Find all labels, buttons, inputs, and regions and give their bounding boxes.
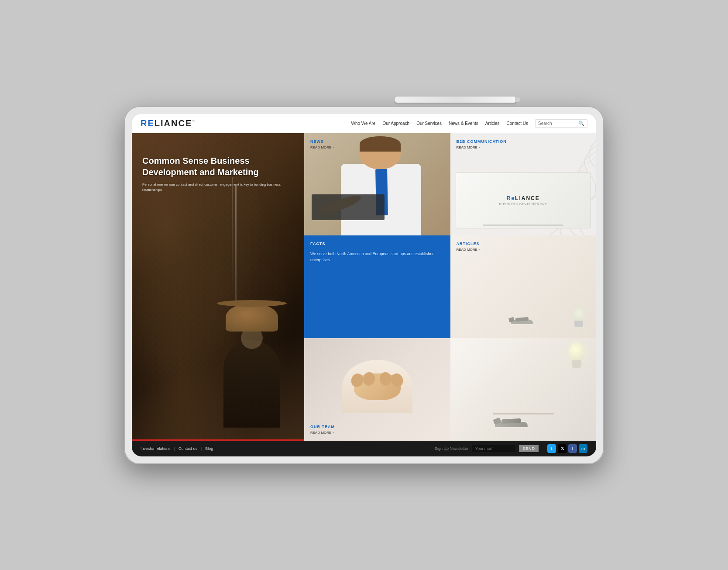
bulb-base: [574, 321, 583, 327]
toy-plane: [509, 316, 539, 327]
team-arrow: ›: [333, 431, 334, 435]
apple-pencil: [395, 97, 517, 103]
hero-heading: Common Sense Business Development and Ma…: [142, 155, 295, 178]
search-icon[interactable]: 🔍: [578, 121, 584, 126]
b2b-logo-re: Re: [507, 195, 515, 201]
b2b-cell: ReLIANCE BUSINESS DEVELOPMENT B2B COMMUN…: [450, 133, 597, 236]
news-label: NEWS: [310, 139, 444, 144]
hero-section: Common Sense Business Development and Ma…: [132, 133, 304, 441]
hero-accent-bar: [132, 439, 304, 441]
newsletter-label: Sign Up Newsletter: [435, 446, 468, 451]
hero-text-container: Common Sense Business Development and Ma…: [142, 155, 295, 193]
logo[interactable]: ReLIANCE™: [141, 118, 196, 128]
body: [223, 340, 280, 428]
logo-tm: ™: [192, 120, 196, 124]
hero-figure: [217, 300, 287, 428]
right-grid: NEWS READ MORE ›: [304, 133, 596, 441]
articles-decorative: [535, 305, 587, 329]
b2b-logo: ReLIANCE: [507, 195, 540, 201]
b2b-overlay: B2B COMMUNICATION READ MORE ›: [450, 133, 597, 155]
search-input[interactable]: [538, 121, 578, 126]
laptop-keyboard-bar: [483, 225, 563, 226]
team-cell: OUR TEAM READ MORE ›: [304, 338, 450, 441]
metal-plane-wing: [501, 418, 521, 423]
bulb-base-2: [572, 360, 581, 368]
nav-link-contact-us[interactable]: Contact Us: [507, 121, 528, 126]
social-x-button[interactable]: 𝕏: [558, 444, 567, 453]
b2b-arrow: ›: [479, 145, 480, 149]
b2b-label: B2B COMMUNICATION: [457, 139, 591, 144]
newsletter-send-button[interactable]: SEND: [519, 445, 539, 452]
b2b-logo-tagline: BUSINESS DEVELOPMENT: [499, 203, 547, 206]
social-facebook-button[interactable]: f: [568, 444, 577, 453]
newsletter-email-input[interactable]: [472, 445, 515, 452]
waterfall-effect: [235, 186, 237, 317]
articles-photo-cell: [450, 338, 597, 441]
hands-container: [319, 347, 436, 414]
lightbulb: [570, 305, 587, 329]
articles-read-more[interactable]: READ MORE ›: [457, 248, 591, 252]
news-read-more[interactable]: READ MORE ›: [310, 145, 444, 149]
nav-links: Who We Are Our Approach Our Services New…: [351, 121, 528, 126]
nav-link-news-events[interactable]: News & Events: [449, 121, 478, 126]
footer-link-investor[interactable]: Investor relations: [141, 446, 171, 451]
waterfall-effect-2: [232, 177, 233, 299]
footer-sep-2: |: [201, 446, 202, 451]
news-overlay: NEWS READ MORE ›: [304, 133, 450, 155]
social-linkedin-button[interactable]: in: [579, 444, 587, 453]
navigation: ReLIANCE™ Who We Are Our Approach Our Se…: [132, 114, 596, 133]
hat-brim: [217, 300, 287, 307]
hero-subtext: Personal one-on-one contact and direct c…: [142, 182, 295, 193]
search-box[interactable]: 🔍: [535, 119, 587, 128]
facts-text: We serve both North American and Europea…: [310, 251, 444, 263]
facts-label: FACTS: [310, 242, 444, 246]
footer: Investor relations | Contact us | Blog S…: [132, 441, 596, 456]
logo-re: Re: [141, 118, 155, 128]
facts-cell: FACTS We serve both North American and E…: [304, 235, 450, 338]
table-surface: [493, 413, 554, 415]
footer-links: Investor relations | Contact us | Blog: [141, 446, 213, 451]
bulb-glass: [572, 305, 585, 321]
blurred-bulb: [566, 342, 587, 373]
hat-dome: [226, 303, 278, 332]
news-cell: NEWS READ MORE ›: [304, 133, 450, 236]
footer-sep-1: |: [174, 446, 175, 451]
ipad-screen: ReLIANCE™ Who We Are Our Approach Our Se…: [132, 114, 596, 456]
read-more-arrow: ›: [333, 145, 334, 149]
team-overlay: OUR TEAM READ MORE ›: [304, 418, 450, 441]
footer-link-contact[interactable]: Contact us: [179, 446, 197, 451]
articles-arrow: ›: [479, 248, 480, 252]
team-read-more[interactable]: READ MORE ›: [310, 431, 444, 435]
articles-photo-decoration: [493, 413, 554, 432]
ipad-device: ReLIANCE™ Who We Are Our Approach Our Se…: [124, 106, 604, 464]
nav-link-our-services[interactable]: Our Services: [416, 121, 442, 126]
b2b-read-more[interactable]: READ MORE ›: [457, 145, 591, 149]
footer-social: t 𝕏 f in: [547, 444, 587, 453]
nav-link-who-we-are[interactable]: Who We Are: [351, 121, 375, 126]
articles-overlay: ARTICLES READ MORE ›: [450, 235, 597, 258]
articles-cell: ARTICLES READ MORE ›: [450, 235, 597, 338]
laptop-mockup: ReLIANCE BUSINESS DEVELOPMENT: [456, 172, 591, 228]
team-label: OUR TEAM: [310, 425, 444, 429]
logo-liance: LIANCE: [155, 118, 192, 128]
articles-label: ARTICLES: [457, 242, 591, 246]
b2b-logo-liance: LIANCE: [515, 195, 540, 201]
notebook: [312, 194, 385, 220]
nav-link-our-approach[interactable]: Our Approach: [382, 121, 409, 126]
footer-newsletter: Sign Up Newsletter SEND: [435, 445, 539, 452]
social-twitter-button[interactable]: t: [547, 444, 556, 453]
bulb-glow: [569, 342, 584, 360]
nav-link-articles[interactable]: Articles: [485, 121, 500, 126]
main-content: Common Sense Business Development and Ma…: [132, 133, 596, 441]
footer-link-blog[interactable]: Blog: [205, 446, 213, 451]
metal-plane: [493, 417, 536, 432]
logo-text: ReLIANCE™: [141, 118, 196, 128]
